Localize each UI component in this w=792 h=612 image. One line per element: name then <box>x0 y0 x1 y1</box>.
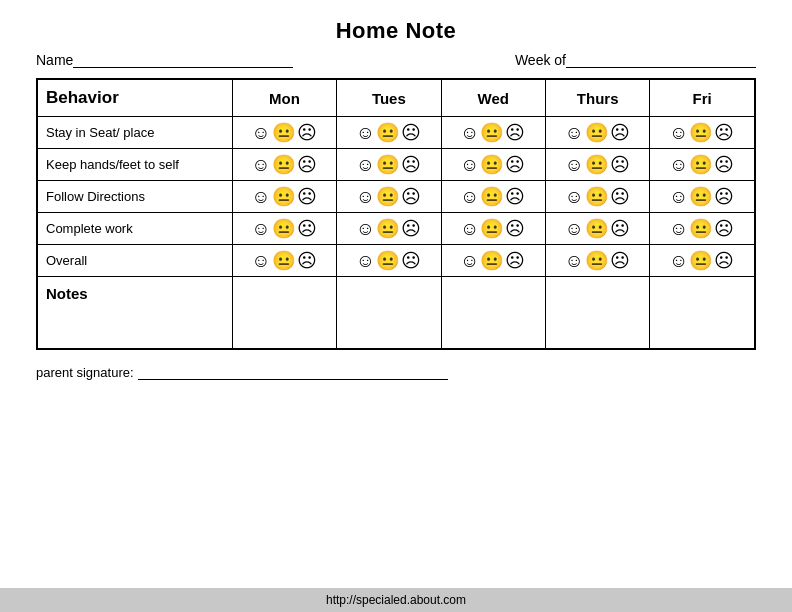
emoji-overall-wed[interactable]: ☺😐☹ <box>441 245 545 277</box>
parent-sig-label: parent signature: <box>36 365 134 380</box>
emoji-hands-mon[interactable]: ☺😐☹ <box>232 149 336 181</box>
behavior-keep-hands: Keep hands/feet to self <box>37 149 232 181</box>
notes-fri[interactable] <box>650 277 755 349</box>
notes-wed[interactable] <box>441 277 545 349</box>
emoji-follow-tues[interactable]: ☺😐☹ <box>337 181 441 213</box>
table-row: Overall ☺😐☹ ☺😐☹ ☺😐☹ ☺😐☹ ☺😐☹ <box>37 245 755 277</box>
emoji-follow-fri[interactable]: ☺😐☹ <box>650 181 755 213</box>
behavior-follow-directions: Follow Directions <box>37 181 232 213</box>
table-row: Stay in Seat/ place ☺😐☹ ☺😐☹ ☺😐☹ ☺😐☹ ☺😐☹ <box>37 117 755 149</box>
table-row: Keep hands/feet to self ☺😐☹ ☺😐☹ ☺😐☹ ☺😐☹ … <box>37 149 755 181</box>
emoji-follow-thurs[interactable]: ☺😐☹ <box>545 181 649 213</box>
week-label: Week of <box>515 52 566 68</box>
emoji-overall-tues[interactable]: ☺😐☹ <box>337 245 441 277</box>
name-label: Name <box>36 52 73 68</box>
emoji-hands-fri[interactable]: ☺😐☹ <box>650 149 755 181</box>
table-row: Complete work ☺😐☹ ☺😐☹ ☺😐☹ ☺😐☹ ☺😐☹ <box>37 213 755 245</box>
emoji-stay-tues[interactable]: ☺😐☹ <box>337 117 441 149</box>
emoji-follow-wed[interactable]: ☺😐☹ <box>441 181 545 213</box>
name-week-row: Name Week of <box>36 52 756 68</box>
emoji-work-wed[interactable]: ☺😐☹ <box>441 213 545 245</box>
emoji-overall-thurs[interactable]: ☺😐☹ <box>545 245 649 277</box>
col-header-fri: Fri <box>650 79 755 117</box>
page-title: Home Note <box>336 18 457 44</box>
behavior-complete-work: Complete work <box>37 213 232 245</box>
home-note-table: Behavior Mon Tues Wed Thurs Fri Stay in … <box>36 78 756 350</box>
notes-thurs[interactable] <box>545 277 649 349</box>
footer-url: http://specialed.about.com <box>0 588 792 612</box>
col-header-wed: Wed <box>441 79 545 117</box>
emoji-stay-wed[interactable]: ☺😐☹ <box>441 117 545 149</box>
emoji-work-mon[interactable]: ☺😐☹ <box>232 213 336 245</box>
parent-signature-row: parent signature: <box>36 358 756 384</box>
notes-mon[interactable] <box>232 277 336 349</box>
emoji-overall-fri[interactable]: ☺😐☹ <box>650 245 755 277</box>
emoji-follow-mon[interactable]: ☺😐☹ <box>232 181 336 213</box>
col-header-tues: Tues <box>337 79 441 117</box>
emoji-overall-mon[interactable]: ☺😐☹ <box>232 245 336 277</box>
col-header-behavior: Behavior <box>37 79 232 117</box>
notes-tues[interactable] <box>337 277 441 349</box>
behavior-overall: Overall <box>37 245 232 277</box>
emoji-work-fri[interactable]: ☺😐☹ <box>650 213 755 245</box>
behavior-stay-in-seat: Stay in Seat/ place <box>37 117 232 149</box>
table-row: Follow Directions ☺😐☹ ☺😐☹ ☺😐☹ ☺😐☹ ☺😐☹ <box>37 181 755 213</box>
emoji-hands-tues[interactable]: ☺😐☹ <box>337 149 441 181</box>
emoji-stay-thurs[interactable]: ☺😐☹ <box>545 117 649 149</box>
notes-label: Notes <box>37 277 232 349</box>
notes-row: Notes <box>37 277 755 349</box>
emoji-work-thurs[interactable]: ☺😐☹ <box>545 213 649 245</box>
emoji-hands-thurs[interactable]: ☺😐☹ <box>545 149 649 181</box>
emoji-hands-wed[interactable]: ☺😐☹ <box>441 149 545 181</box>
col-header-thurs: Thurs <box>545 79 649 117</box>
parent-sig-line <box>138 364 448 380</box>
emoji-work-tues[interactable]: ☺😐☹ <box>337 213 441 245</box>
emoji-stay-mon[interactable]: ☺😐☹ <box>232 117 336 149</box>
emoji-stay-fri[interactable]: ☺😐☹ <box>650 117 755 149</box>
col-header-mon: Mon <box>232 79 336 117</box>
